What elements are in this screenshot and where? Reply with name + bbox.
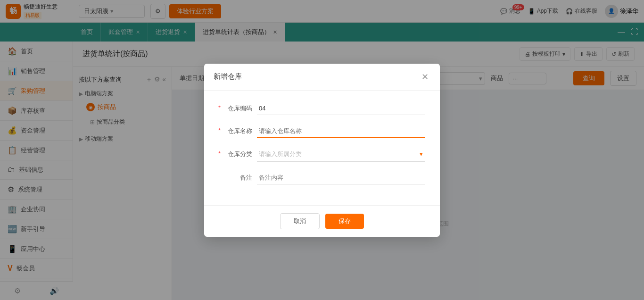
warehouse-code-row: 仓库编码 <box>219 102 425 115</box>
warehouse-name-label: 仓库名称 <box>219 127 257 135</box>
dialog-body: 仓库编码 仓库名称 仓库分类 请输入所属分类 ▾ 备注 <box>204 91 440 205</box>
cancel-button[interactable]: 取消 <box>280 213 320 229</box>
warehouse-category-label: 仓库分类 <box>219 150 257 158</box>
dialog-footer: 取消 保存 <box>204 205 440 237</box>
warehouse-code-label: 仓库编码 <box>219 104 257 113</box>
remark-label: 备注 <box>219 174 257 182</box>
remark-input[interactable] <box>257 171 425 184</box>
warehouse-name-row: 仓库名称 <box>219 125 425 138</box>
dialog-close-btn[interactable]: ✕ <box>419 71 430 83</box>
warehouse-code-input[interactable] <box>257 102 425 115</box>
warehouse-category-select[interactable]: 请输入所属分类 ▾ <box>257 147 425 162</box>
dialog-header: 新增仓库 ✕ <box>204 64 440 91</box>
remark-row: 备注 <box>219 171 425 184</box>
warehouse-name-input[interactable] <box>257 125 425 138</box>
new-warehouse-dialog: 新增仓库 ✕ 仓库编码 仓库名称 仓库分类 请输入所属分类 ▾ <box>204 64 440 237</box>
chevron-down-icon: ▾ <box>420 150 423 158</box>
save-button[interactable]: 保存 <box>325 214 364 229</box>
warehouse-category-placeholder: 请输入所属分类 <box>259 150 302 158</box>
dialog-title: 新增仓库 <box>214 72 242 81</box>
overlay: 新增仓库 ✕ 仓库编码 仓库名称 仓库分类 请输入所属分类 ▾ <box>0 0 644 300</box>
warehouse-category-row: 仓库分类 请输入所属分类 ▾ <box>219 147 425 162</box>
